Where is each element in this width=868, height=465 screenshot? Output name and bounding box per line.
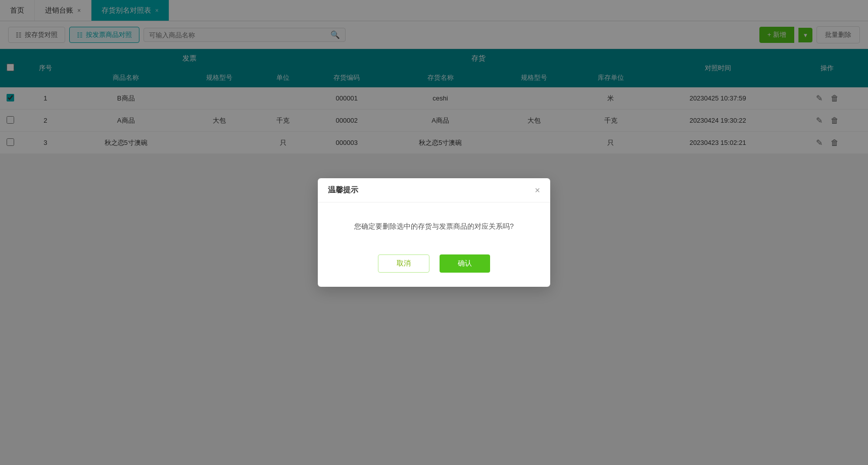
- modal-overlay: 温馨提示 × 您确定要删除选中的存货与发票商品的对应关系吗? 取消 确认: [0, 0, 868, 154]
